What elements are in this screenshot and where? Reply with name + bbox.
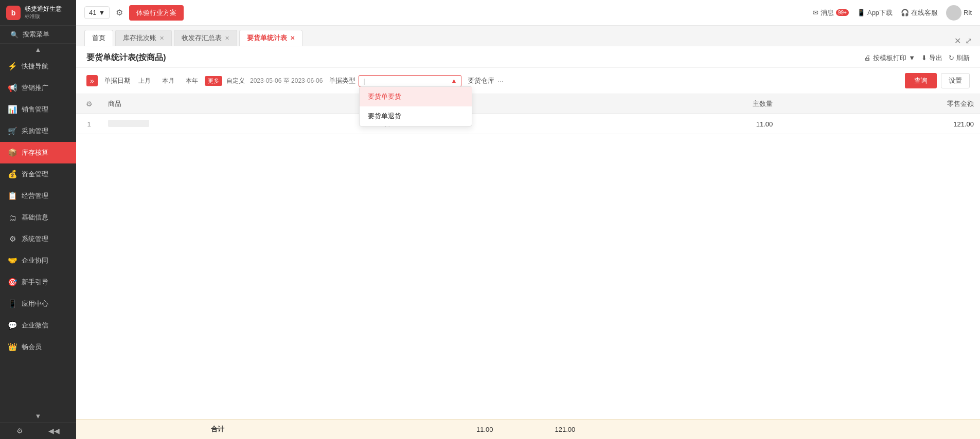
- export-label: 导出: [929, 53, 942, 63]
- tab-batch[interactable]: 库存批次账 ✕: [115, 30, 172, 46]
- sidebar-item-label: 快捷导航: [22, 62, 48, 71]
- org-selector-value: 41: [89, 9, 96, 16]
- enterprise-icon: 🤝: [7, 255, 17, 266]
- table-footer: 合计 11.00 121.00: [76, 419, 980, 439]
- col-product: 商品: [102, 94, 377, 114]
- appstore-icon: 📱: [7, 299, 17, 309]
- avatar: [946, 5, 961, 21]
- sidebar-item-label: 应用中心: [22, 299, 48, 308]
- sidebar-item-operation[interactable]: 📋 经营管理: [0, 185, 76, 207]
- tab-home[interactable]: 首页: [84, 30, 113, 46]
- user-menu[interactable]: Rit: [946, 5, 972, 21]
- sidebar-item-purchase[interactable]: 🛒 采购管理: [0, 120, 76, 142]
- tab-close-all-icon[interactable]: ✕: [954, 36, 961, 46]
- filter-date-7days[interactable]: 更多: [205, 76, 222, 86]
- sidebar-item-label: 经营管理: [22, 191, 48, 200]
- dropdown-item-return[interactable]: 要货单退货: [360, 106, 472, 126]
- sidebar-item-label: 库存核算: [22, 148, 48, 157]
- filter-date-curyear[interactable]: 本年: [181, 75, 203, 87]
- product-placeholder: [108, 120, 149, 127]
- export-icon: ⬇: [921, 54, 927, 62]
- tab-receivable-label: 收发存汇总表: [182, 33, 222, 43]
- sidebar-item-wechat[interactable]: 💬 企业微信: [0, 315, 76, 336]
- query-btn[interactable]: 查询: [905, 73, 937, 88]
- filter-expand-btn[interactable]: »: [86, 75, 98, 86]
- sidebar-item-inventory[interactable]: 📦 库存核算: [0, 142, 76, 163]
- trial-btn[interactable]: 体验行业方案: [129, 5, 184, 21]
- settings-btn[interactable]: 设置: [941, 73, 970, 88]
- tab-receivable[interactable]: 收发存汇总表 ✕: [174, 30, 237, 46]
- dropdown-item-order[interactable]: 要货单要货: [360, 87, 472, 106]
- marketing-icon: 📢: [7, 83, 17, 93]
- messages-btn[interactable]: ✉ 消息 99+: [813, 8, 849, 17]
- filter-warehouse-group: 要货仓库 ···: [468, 76, 503, 85]
- sidebar-item-finance[interactable]: 💰 资金管理: [0, 163, 76, 185]
- filter-doctype-group: 单据类型 | ▲ 要货单要货 要货单退货: [329, 75, 461, 87]
- filter-date-range: 2023-05-06 至 2023-06-06: [250, 77, 323, 85]
- print-icon: 🖨: [864, 54, 871, 62]
- filter-bar: » 单据日期 上月 本月 本年 更多 自定义 2023-05-06 至 2023…: [76, 68, 980, 94]
- tab-requisition[interactable]: 要货单统计表 ✕: [239, 30, 302, 46]
- sidebar-item-sales[interactable]: 📊 销售管理: [0, 99, 76, 120]
- filter-date-curmonth[interactable]: 本月: [157, 75, 179, 87]
- org-selector[interactable]: 41 ▼: [84, 6, 110, 19]
- refresh-label: 刷新: [956, 53, 970, 63]
- sidebar-item-shortcut[interactable]: ⚡ 快捷导航: [0, 56, 76, 77]
- sidebar-footer: ⚙ ◀◀: [0, 422, 76, 439]
- sidebar-search[interactable]: 🔍 搜索菜单: [0, 26, 76, 44]
- topbar-right: ✉ 消息 99+ 📱 App下载 🎧 在线客服 Rit: [813, 5, 972, 21]
- sidebar-scroll-down[interactable]: ▼: [0, 410, 76, 422]
- sidebar-item-label: 系统管理: [22, 234, 48, 244]
- phone-icon: 📱: [857, 9, 865, 16]
- app-download-label: App下载: [867, 8, 893, 17]
- export-btn[interactable]: ⬇ 导出: [921, 53, 942, 63]
- table-settings-icon[interactable]: ⚙: [86, 100, 93, 108]
- sidebar-nav: ⚡ 快捷导航 📢 营销推广 📊 销售管理 🛒 采购管理 📦 库存核算 💰 资金管…: [0, 56, 76, 410]
- support-btn[interactable]: 🎧 在线客服: [901, 8, 938, 17]
- system-icon: ⚙: [7, 234, 17, 244]
- cell-product: [102, 114, 377, 134]
- sidebar-item-marketing[interactable]: 📢 营销推广: [0, 77, 76, 99]
- tab-requisition-close[interactable]: ✕: [290, 35, 295, 42]
- sidebar-item-system[interactable]: ⚙ 系统管理: [0, 228, 76, 250]
- topbar-gear-icon[interactable]: ⚙: [116, 8, 123, 17]
- sidebar-item-label: 基础信息: [22, 213, 48, 222]
- refresh-btn[interactable]: ↻ 刷新: [949, 53, 970, 63]
- topbar: 41 ▼ ⚙ 体验行业方案 ✉ 消息 99+ 📱 App下载 🎧 在线客服 R: [76, 0, 980, 26]
- sidebar-item-appstore[interactable]: 📱 应用中心: [0, 293, 76, 315]
- sidebar-collapse-icon[interactable]: ◀◀: [48, 427, 60, 435]
- sidebar-item-label: 畅会员: [22, 342, 42, 352]
- main: 41 ▼ ⚙ 体验行业方案 ✉ 消息 99+ 📱 App下载 🎧 在线客服 R: [76, 0, 980, 439]
- shortcut-icon: ⚡: [7, 61, 17, 71]
- tab-batch-label: 库存批次账: [123, 33, 156, 43]
- sidebar-item-label: 营销推广: [22, 83, 48, 93]
- sidebar-item-base[interactable]: 🗂 基础信息: [0, 207, 76, 228]
- guide-icon: 🎯: [7, 277, 17, 287]
- chevron-up-icon: ▲: [451, 77, 457, 84]
- filter-actions: 查询 设置: [905, 73, 970, 88]
- sidebar-scroll-up[interactable]: ▲: [0, 44, 76, 56]
- tab-receivable-close[interactable]: ✕: [225, 35, 229, 42]
- filter-date-group: 单据日期 上月 本月 本年 更多 自定义 2023-05-06 至 2023-0…: [104, 75, 323, 87]
- headset-icon: 🎧: [901, 9, 909, 16]
- print-chevron-icon: ▼: [908, 54, 915, 62]
- filter-warehouse-more[interactable]: ···: [497, 77, 503, 85]
- search-icon: 🔍: [10, 31, 19, 39]
- tab-batch-close[interactable]: ✕: [159, 35, 164, 42]
- sidebar-settings-icon[interactable]: ⚙: [16, 427, 23, 435]
- sidebar-item-guide[interactable]: 🎯 新手引导: [0, 271, 76, 293]
- page-header: 要货单统计表(按商品) 🖨 按模板打印 ▼ ⬇ 导出 ↻ 刷新: [76, 46, 980, 68]
- wechat-icon: 💬: [7, 320, 17, 331]
- filter-date-custom[interactable]: 自定义: [224, 76, 247, 86]
- footer-label: 合计: [211, 425, 224, 434]
- app-download-btn[interactable]: 📱 App下载: [857, 8, 893, 17]
- sidebar-item-vip[interactable]: 👑 畅会员: [0, 336, 76, 358]
- filter-doctype-dropdown[interactable]: | ▲ 要货单要货 要货单退货: [359, 75, 461, 87]
- tab-expand-icon[interactable]: ⤢: [965, 36, 972, 46]
- sidebar-item-enterprise[interactable]: 🤝 企业协同: [0, 250, 76, 271]
- print-btn[interactable]: 🖨 按模板打印 ▼: [864, 53, 915, 63]
- messages-badge: 99+: [836, 9, 849, 16]
- filter-date-lastmonth[interactable]: 上月: [134, 75, 155, 87]
- cell-amount: 121.00: [779, 114, 980, 134]
- sidebar-search-label: 搜索菜单: [23, 30, 49, 39]
